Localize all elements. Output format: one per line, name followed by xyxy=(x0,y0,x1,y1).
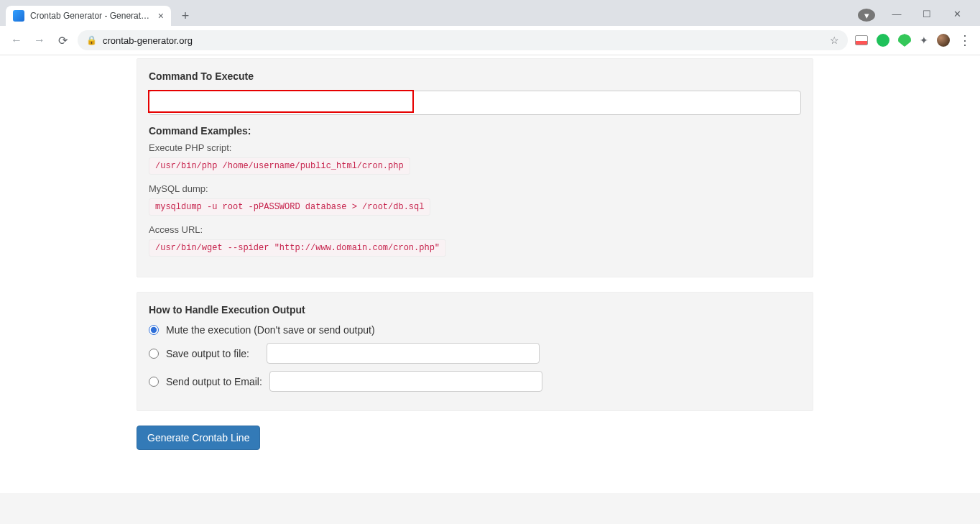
output-email-input[interactable] xyxy=(269,371,542,392)
favicon-icon xyxy=(13,10,24,22)
example-code-php: /usr/bin/php /home/username/public_html/… xyxy=(149,157,410,175)
account-icon[interactable]: ▾ xyxy=(858,9,875,22)
radio-file[interactable] xyxy=(149,349,159,359)
example-label-mysql: MySQL dump: xyxy=(149,183,801,194)
radio-mute[interactable] xyxy=(149,325,159,335)
extension-shield-icon[interactable] xyxy=(898,34,911,47)
example-code-mysql: mysqldump -u root -pPASSWORD database > … xyxy=(149,198,430,216)
command-panel-title: Command To Execute xyxy=(149,70,801,82)
reload-button[interactable]: ⟳ xyxy=(55,34,70,47)
example-label-php: Execute PHP script: xyxy=(149,142,801,153)
profile-avatar-icon[interactable] xyxy=(937,34,950,47)
radio-email-label: Send output to Email: xyxy=(166,376,262,387)
examples-heading: Command Examples: xyxy=(149,125,801,137)
url-text: crontab-generator.org xyxy=(103,35,193,46)
page-viewport[interactable]: Command To Execute Command Examples: Exe… xyxy=(0,55,980,524)
example-code-url: /usr/bin/wget --spider "http://www.domai… xyxy=(149,239,446,257)
star-icon[interactable]: ☆ xyxy=(830,35,839,46)
tab-title: Crontab Generator - Generate cr xyxy=(30,11,152,21)
toolbar-extensions: ✦ ⋮ xyxy=(855,32,971,48)
example-label-url: Access URL: xyxy=(149,224,801,235)
address-bar[interactable]: 🔒 crontab-generator.org ☆ xyxy=(78,30,848,50)
command-input[interactable] xyxy=(149,91,801,115)
new-tab-button[interactable]: + xyxy=(175,6,195,26)
window-maximize-icon[interactable]: ☐ xyxy=(918,9,935,22)
window-controls: ▾ — ☐ ✕ xyxy=(858,9,974,26)
back-button[interactable]: ← xyxy=(9,34,24,47)
extensions-puzzle-icon[interactable]: ✦ xyxy=(920,35,928,46)
tab-strip: Crontab Generator - Generate cr × + ▾ — … xyxy=(0,0,980,26)
browser-toolbar: ← → ⟳ 🔒 crontab-generator.org ☆ ✦ ⋮ xyxy=(0,26,980,55)
browser-tab[interactable]: Crontab Generator - Generate cr × xyxy=(6,6,171,26)
command-panel: Command To Execute Command Examples: Exe… xyxy=(137,58,813,277)
window-close-icon[interactable]: ✕ xyxy=(948,9,966,22)
extension-reader-icon[interactable] xyxy=(855,35,868,45)
forward-button[interactable]: → xyxy=(32,34,47,47)
output-panel-title: How to Handle Execution Output xyxy=(149,304,801,316)
output-file-input[interactable] xyxy=(267,343,540,364)
lock-icon: 🔒 xyxy=(86,35,97,45)
generate-button[interactable]: Generate Crontab Line xyxy=(137,426,260,450)
kebab-menu-icon[interactable]: ⋮ xyxy=(958,32,971,48)
window-minimize-icon[interactable]: — xyxy=(888,9,905,22)
extension-grammarly-icon[interactable] xyxy=(877,34,889,47)
footer-spacer xyxy=(0,450,980,493)
browser-chrome: Crontab Generator - Generate cr × + ▾ — … xyxy=(0,0,980,55)
close-tab-icon[interactable]: × xyxy=(158,11,164,21)
footer-light xyxy=(0,493,980,524)
radio-mute-label: Mute the execution (Don't save or send o… xyxy=(166,324,375,336)
radio-file-label: Save output to file: xyxy=(166,348,259,359)
output-panel: How to Handle Execution Output Mute the … xyxy=(137,292,813,411)
radio-email[interactable] xyxy=(149,377,159,387)
